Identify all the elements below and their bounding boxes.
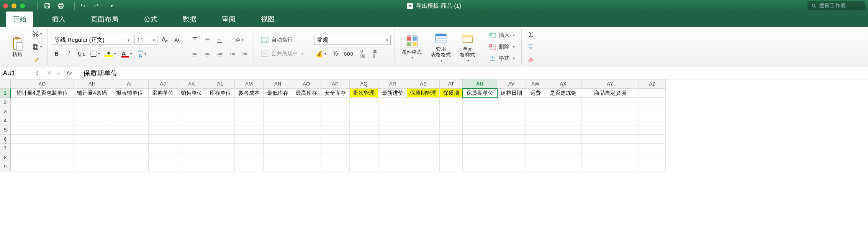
increase-decimal-button[interactable]: .0.00 bbox=[357, 49, 367, 59]
column-header[interactable]: AW bbox=[526, 79, 545, 89]
cell[interactable] bbox=[177, 116, 206, 125]
cell[interactable] bbox=[378, 153, 407, 162]
cell[interactable] bbox=[407, 125, 440, 135]
search-sheet-box[interactable]: 搜索工作表 bbox=[807, 1, 865, 10]
cell[interactable] bbox=[350, 107, 378, 116]
cell[interactable] bbox=[149, 125, 177, 135]
cell[interactable] bbox=[407, 135, 440, 144]
cell[interactable] bbox=[526, 135, 545, 144]
cell[interactable]: 建档日期 bbox=[497, 89, 526, 98]
zoom-window-button[interactable] bbox=[20, 3, 25, 8]
accounting-format-button[interactable]: 💰 bbox=[314, 49, 328, 59]
percent-format-button[interactable]: % bbox=[330, 49, 340, 59]
cell[interactable] bbox=[11, 153, 74, 162]
cell[interactable] bbox=[378, 135, 407, 144]
cell[interactable] bbox=[350, 125, 378, 135]
cell[interactable] bbox=[545, 125, 581, 135]
cell[interactable] bbox=[350, 135, 378, 144]
cell[interactable] bbox=[440, 135, 463, 144]
cell[interactable] bbox=[545, 107, 581, 116]
name-box[interactable]: AU1 ▲▼ bbox=[0, 67, 42, 79]
print-icon[interactable] bbox=[57, 2, 65, 10]
row-header[interactable]: 2 bbox=[0, 98, 11, 107]
cell[interactable] bbox=[581, 125, 639, 135]
cell[interactable] bbox=[378, 125, 407, 135]
column-header[interactable]: AH bbox=[74, 79, 110, 89]
column-headers[interactable]: AGAHAIAJAKALAMANAOAPAQARASATAUAVAWAXAYAZ bbox=[11, 79, 868, 89]
cell[interactable]: 安全库存 bbox=[321, 89, 350, 98]
cell[interactable]: 保质期 bbox=[440, 89, 463, 98]
cell[interactable] bbox=[292, 135, 321, 144]
cell[interactable] bbox=[11, 98, 74, 107]
clear-button[interactable] bbox=[526, 54, 536, 64]
decrease-indent-button[interactable] bbox=[228, 49, 237, 59]
cell[interactable] bbox=[149, 153, 177, 162]
format-painter-button[interactable] bbox=[32, 55, 43, 65]
cell[interactable] bbox=[440, 144, 463, 153]
cell[interactable]: 报表辅单位 bbox=[110, 89, 149, 98]
cell[interactable] bbox=[440, 98, 463, 107]
cell[interactable] bbox=[235, 162, 264, 171]
cell[interactable] bbox=[526, 144, 545, 153]
cell[interactable] bbox=[292, 162, 321, 171]
cell[interactable] bbox=[149, 116, 177, 125]
cell[interactable] bbox=[463, 116, 497, 125]
cell[interactable] bbox=[110, 162, 149, 171]
column-header[interactable]: AN bbox=[264, 79, 292, 89]
cell[interactable] bbox=[581, 116, 639, 125]
cell[interactable]: 辅计量4条码 bbox=[74, 89, 110, 98]
cell[interactable] bbox=[110, 135, 149, 144]
cell[interactable] bbox=[350, 144, 378, 153]
cell[interactable] bbox=[11, 107, 74, 116]
cell[interactable] bbox=[350, 162, 378, 171]
cell[interactable] bbox=[440, 107, 463, 116]
border-button[interactable] bbox=[88, 49, 102, 59]
copy-button[interactable] bbox=[31, 42, 44, 52]
cell[interactable] bbox=[264, 135, 292, 144]
save-icon[interactable] bbox=[43, 2, 51, 10]
cell[interactable] bbox=[292, 116, 321, 125]
ribbon-tab-2[interactable]: 页面布局 bbox=[84, 12, 125, 27]
column-header[interactable]: AY bbox=[581, 79, 639, 89]
wrap-text-button[interactable]: 自动换行 bbox=[258, 35, 295, 45]
cell[interactable] bbox=[292, 107, 321, 116]
confirm-formula-button[interactable]: ✓ bbox=[56, 69, 61, 77]
cell[interactable] bbox=[497, 135, 526, 144]
cell[interactable] bbox=[74, 153, 110, 162]
cell[interactable] bbox=[74, 107, 110, 116]
cell[interactable] bbox=[292, 144, 321, 153]
cell[interactable] bbox=[11, 162, 74, 171]
cell[interactable] bbox=[206, 135, 235, 144]
column-header[interactable]: AK bbox=[177, 79, 206, 89]
cell[interactable] bbox=[497, 98, 526, 107]
cell[interactable] bbox=[149, 144, 177, 153]
paste-button[interactable]: 粘贴 bbox=[7, 35, 28, 59]
autosum-button[interactable]: Σ bbox=[526, 30, 536, 40]
cell[interactable] bbox=[639, 153, 666, 162]
cell[interactable] bbox=[11, 135, 74, 144]
cell[interactable] bbox=[581, 162, 639, 171]
cell[interactable]: 销售单位 bbox=[177, 89, 206, 98]
cell[interactable] bbox=[74, 144, 110, 153]
row-header[interactable]: 9 bbox=[0, 162, 11, 171]
close-window-button[interactable] bbox=[3, 3, 8, 8]
cell[interactable] bbox=[74, 125, 110, 135]
cell[interactable] bbox=[463, 144, 497, 153]
column-header[interactable]: AI bbox=[110, 79, 149, 89]
cell[interactable] bbox=[407, 144, 440, 153]
column-header[interactable]: AX bbox=[545, 79, 581, 89]
cell[interactable] bbox=[463, 135, 497, 144]
cell[interactable]: 最高库存 bbox=[292, 89, 321, 98]
cells-area[interactable]: 辅计量4是否包装单位辅计量4条码报表辅单位采购单位销售单位库存单位参考成本最低库… bbox=[11, 89, 868, 237]
cell[interactable] bbox=[545, 144, 581, 153]
cell[interactable] bbox=[206, 107, 235, 116]
cell[interactable] bbox=[639, 162, 666, 171]
cell[interactable] bbox=[350, 98, 378, 107]
cell[interactable] bbox=[440, 125, 463, 135]
formula-input[interactable]: 保质期单位 bbox=[79, 69, 868, 78]
cell[interactable] bbox=[149, 135, 177, 144]
increase-indent-button[interactable] bbox=[240, 49, 250, 59]
cell[interactable]: 库存单位 bbox=[206, 89, 235, 98]
cell[interactable] bbox=[581, 144, 639, 153]
cell[interactable] bbox=[440, 116, 463, 125]
